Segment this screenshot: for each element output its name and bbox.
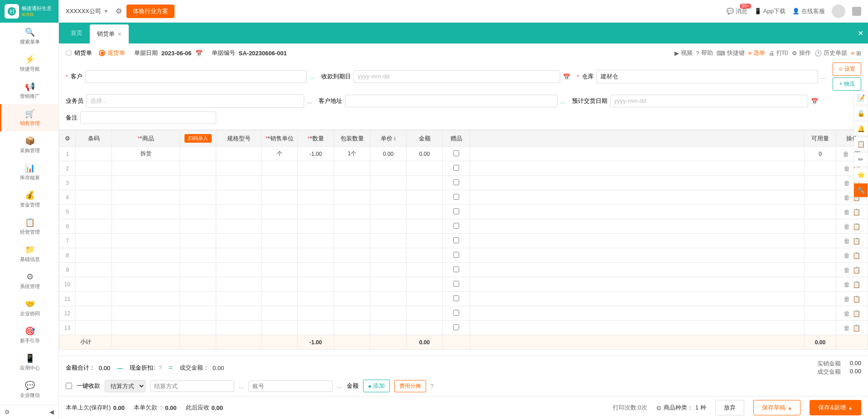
sidebar-item-guide[interactable]: 🎯 新手引导 [0,322,58,349]
cell-spec-3[interactable] [216,176,262,190]
message-btn[interactable]: 💬 消息 99+ [727,7,747,15]
grid-view-btn[interactable]: ⊞ [856,50,861,57]
save-new-btn[interactable]: 保存&新增 ▲ [810,400,861,415]
cell-spec-2[interactable] [216,161,262,176]
cell-unit-2[interactable] [262,161,298,176]
sidebar-item-sales[interactable]: 🛒 销售管理 [0,104,58,131]
owe-help-icon[interactable]: ? [160,405,163,411]
calendar-icon[interactable]: 📅 [195,50,203,57]
customer-address-dots-btn[interactable]: ... [560,98,565,105]
radio-return-order[interactable]: 退货单 [99,49,125,57]
cell-spec-1[interactable] [216,147,262,161]
cell-product-3[interactable] [112,176,180,190]
tab-sale-order[interactable]: 销货单 ✕ [90,24,129,43]
warehouse-dots-btn[interactable]: ... [821,73,826,80]
gift-checkbox-1[interactable] [453,150,459,156]
cell-barcode-3[interactable] [76,176,112,190]
right-tool-6[interactable]: ⭐ [853,168,868,182]
expected-date-input[interactable]: yyyy-mm-dd [610,95,808,107]
cell-quantity-1[interactable]: -1.00 [298,147,334,161]
warehouse-input[interactable]: 建材仓 [596,70,818,83]
cell-unit-3[interactable] [262,176,298,190]
account-dots-btn[interactable]: ... [337,383,342,390]
app-download-btn[interactable]: 📱 App下载 [754,7,786,15]
tab-home[interactable]: 首页 [63,24,90,43]
toolbar-select[interactable]: ≡ 选单 [748,49,766,57]
footer-help-icon[interactable]: ? [431,383,434,390]
cell-product-1[interactable]: 拆货 [112,147,180,161]
due-date-calendar-icon[interactable]: 📅 [563,73,570,80]
sidebar-item-inventory[interactable]: 📊 库存核算 [0,159,58,186]
sidebar-collapse-icon[interactable]: ◀ [49,409,54,415]
online-service-btn[interactable]: 👤 在线客服 [792,7,825,15]
cell-barcode-1[interactable] [76,147,112,161]
sidebar-item-enterprise[interactable]: 🤝 企业协同 [0,294,58,322]
right-tool-7[interactable]: 🔧 [853,183,868,197]
gift-checkbox-2[interactable] [453,165,459,171]
cell-price-1[interactable]: 0.00 [370,147,407,161]
cell-gift-1[interactable] [443,147,470,161]
add-btn[interactable]: ● 添加 [363,380,390,392]
delete-row-2[interactable]: 🗑 [844,165,850,172]
gift-checkbox-3[interactable] [453,179,459,185]
sidebar-item-basic-info[interactable]: 📁 基础信息 [0,240,58,267]
due-date-input[interactable]: yyyy-mm-dd [354,70,560,83]
user-avatar[interactable] [832,5,845,18]
tab-close-icon[interactable]: ✕ [117,31,121,37]
settings-btn[interactable]: ⊙ 设置 [833,63,861,76]
right-tool-3[interactable]: 🔔 [853,121,868,136]
cell-price-2[interactable] [370,161,407,176]
abandon-btn[interactable]: 放弃 [715,400,744,415]
delete-row-3[interactable]: 🗑 [844,179,850,187]
cell-pkg-qty-1[interactable]: 1个 [334,147,370,161]
category-selector[interactable]: ⊙ 商品种类： 1 种 [656,404,706,412]
customer-address-input[interactable] [345,95,557,107]
toolbar-history[interactable]: 🕐 历史单据 [815,49,847,57]
sidebar-item-quick-nav[interactable]: ⚡ 快捷导航 [0,50,58,77]
settlement-method-select[interactable]: 结算方式 [105,380,145,392]
cell-quantity-3[interactable] [298,176,334,190]
cell-quantity-2[interactable] [298,161,334,176]
customer-dots-btn[interactable]: ... [310,73,315,80]
sidebar-item-system[interactable]: ⚙ 系统管理 [0,267,58,294]
cell-unit-1[interactable]: 个 [262,147,298,161]
toolbar-video[interactable]: ▶ 视频 [674,49,693,57]
logistics-btn[interactable]: + 物流 [833,77,861,91]
right-tool-5[interactable]: ✏ [853,152,868,167]
sidebar-item-weixin[interactable]: 💬 企业微信 [0,376,58,403]
toolbar-help[interactable]: ? 帮助 [696,49,713,57]
expected-date-calendar-icon[interactable]: 📅 [811,98,818,105]
trial-btn[interactable]: 体验行业方案 [126,5,175,18]
cell-amount-2[interactable] [407,161,443,176]
cell-gift-2[interactable] [443,161,470,176]
sidebar-settings-icon[interactable]: ⚙ [5,409,10,415]
cell-product-2[interactable] [112,161,180,176]
sidebar-item-search[interactable]: 🔍 搜索菜单 [0,23,58,50]
sidebar-item-operations[interactable]: 📋 经营管理 [0,213,58,240]
right-tool-2[interactable]: 🔒 [853,106,868,120]
th-settings[interactable]: ⚙ [59,130,76,147]
toolbar-shortcut[interactable]: ⌨ 快捷键 [717,49,745,57]
footer-dots-btn[interactable]: ... [239,383,244,390]
staff-dots-btn[interactable]: ... [307,98,312,105]
cell-barcode-2[interactable] [76,161,112,176]
fenpei-btn[interactable]: 费用分摊 [394,380,426,392]
company-selector[interactable]: XXXXXX公司 ▼ [66,7,109,15]
remark-input[interactable] [80,111,216,124]
toolbar-print[interactable]: 🖨 打印 [769,49,788,57]
list-view-btn[interactable]: ≡ [851,50,854,57]
sidebar-item-marketing[interactable]: 📢 营销推广 [0,77,58,104]
save-draft-btn[interactable]: 保存草稿 ▲ [753,400,801,415]
scan-btn[interactable]: 扫码录入 [184,134,212,143]
sidebar-item-purchase[interactable]: 📦 采购管理 [0,131,58,159]
delete-row-1[interactable]: 🗑 [843,150,849,158]
settlement-method-input[interactable] [150,380,234,392]
user-menu[interactable] [852,7,861,16]
radio-sale-order[interactable]: 销货单 [66,49,92,57]
topbar-settings-icon[interactable]: ⚙ [116,7,122,15]
cell-amount-1[interactable]: 0.00 [407,147,443,161]
cell-pkg-qty-2[interactable] [334,161,370,176]
cell-pkg-qty-3[interactable] [334,176,370,190]
staff-input[interactable]: 选择... [86,94,304,108]
right-tool-1[interactable]: 📝 [853,91,868,105]
